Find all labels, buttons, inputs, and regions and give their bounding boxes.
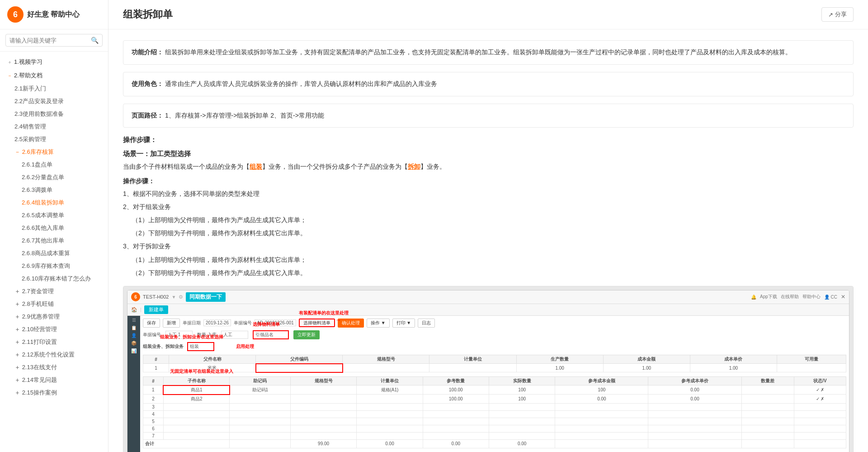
role-text: 通常由生产人员或库管人员完成拆装业务的操作，库管人员确认原材料的出库和产成品的入… (165, 80, 437, 87)
fake-cell-1-4 (343, 364, 429, 372)
step3: 3、对于拆卸业务 (123, 241, 854, 252)
fake-btn-apply[interactable]: 立即更新 (293, 330, 320, 339)
fake-sidebar-icon4: 📦 (131, 341, 137, 346)
fake-lth-4: 规格型号 (290, 376, 356, 385)
fake-ltd-2-11: ✓ ✗ (794, 395, 846, 404)
fake-th-num: # (143, 355, 169, 364)
minus-icon-inv: － (14, 148, 20, 155)
sidebar-item-inv-261[interactable]: 2.6.1盘点单 (0, 158, 108, 171)
fake-lower-footer: 合计 99.00 0.00 0.00 0.00 (143, 439, 846, 448)
sidebar-item-data-prep[interactable]: 2.3使用前数据准备 (0, 108, 108, 120)
fake-lth-10: 数量差 (741, 376, 794, 385)
fake-lth-11: 状态/V (794, 376, 846, 385)
fake-order-label: 单据编号 (234, 320, 252, 326)
sidebar-item-inv-265[interactable]: 2.6.5成本调整单 (0, 209, 108, 222)
fake-th-parent-name: 父件名称 (169, 355, 256, 364)
plus-icon-pr: ＋ (14, 338, 20, 345)
step3-1: （1）上部明细为父件明细，最终作为原材料生成其它出库单； (123, 254, 854, 266)
sidebar-item-cases[interactable]: ＋ 2.15操作案例 (0, 386, 108, 399)
sidebar-item-purchase[interactable]: 2.5采购管理 (0, 133, 108, 146)
intro-block: 功能介绍： 组装拆卸单用来处理企业组装或拆卸等加工业务，支持有固定装配清单的产品… (123, 40, 854, 65)
fake-th-parent-code: 父件编码 (256, 355, 343, 364)
sidebar-item-inventory[interactable]: － 2.6库存核算 (0, 146, 108, 158)
fake-ltd-1-11: ✓ ✗ (794, 385, 846, 395)
search-box[interactable]: 🔍 (5, 34, 103, 47)
sidebar-item-system[interactable]: ＋ 2.12系统个性化设置 (0, 348, 108, 361)
sidebar-item-payment[interactable]: ＋ 2.13在线支付 (0, 361, 108, 374)
sidebar-item-inv-266[interactable]: 2.6.6其他入库单 (0, 222, 108, 234)
sidebar-item-inv-269[interactable]: 2.6.9库存账本查询 (0, 260, 108, 272)
fake-bom-field: 引领品名 (253, 330, 289, 339)
screenshot-inner: 6 TEST-H002 ▼ ⚙ 同期数据一下 🔔 App下载 在线帮助 帮助中心… (123, 286, 853, 452)
path-text: 1、库存核算->库存管理->组装拆卸单 2、首页->常用功能 (165, 112, 324, 119)
fake-sidebar-icon3: 👤 (131, 333, 137, 338)
fake-ltd-2-5 (357, 395, 423, 404)
sidebar-item-inv-268[interactable]: 2.6.8商品成本重算 (0, 247, 108, 260)
step2-1: （1）上部明细为父件明细，最终作为产成品生成其它入库单； (123, 214, 854, 226)
fake-tab-new[interactable]: 新建单 (144, 305, 168, 314)
fake-ltd-2-8: 0.00 (555, 395, 648, 404)
fake-help-center: 帮助中心 (802, 294, 821, 300)
search-input[interactable] (9, 37, 91, 44)
sidebar-item-inv-263[interactable]: 2.6.3调拨单 (0, 184, 108, 196)
plus-icon-pay: ＋ (14, 364, 20, 371)
sidebar-item-print[interactable]: ＋ 2.11打印设置 (0, 336, 108, 348)
fake-footer-v7 (648, 439, 741, 448)
sidebar-item-mobile[interactable]: ＋ 2.8手机旺铺 (0, 298, 108, 310)
path-block: 页面路径： 1、库存核算->库存管理->组装拆卸单 2、首页->常用功能 (123, 104, 854, 128)
fake-lth-6: 参考数量 (423, 376, 489, 385)
sidebar-item-faq[interactable]: ＋ 2.14常见问题 (0, 374, 108, 386)
sidebar-item-inv-262[interactable]: 2.6.2分量盘点单 (0, 171, 108, 184)
logo-area: 6 好生意 帮助中心 (0, 0, 108, 29)
sidebar-item-inv-267[interactable]: 2.6.7其他出库单 (0, 234, 108, 247)
fake-helper: 在线帮助 (781, 294, 799, 300)
fake-lower-row-4: 4 (143, 410, 846, 418)
fake-date-field: 2019-12-26 (203, 319, 231, 326)
sidebar-item-inv-264[interactable]: 2.6.4组装拆卸单 (0, 196, 108, 209)
sidebar-item-inv-2610[interactable]: 2.6.10库存账本错了怎么办 (0, 272, 108, 285)
app-logo: 6 (7, 6, 24, 23)
page-title: 组装拆卸单 (123, 8, 173, 21)
fake-footer-v9 (794, 439, 846, 448)
fake-upper-row-1: 1 米米 1.00 1.00 1.00 (143, 364, 846, 372)
annotation-text-3: 组装业务、拆卸业务在这里选择 (160, 334, 223, 340)
sidebar-item-coupon[interactable]: ＋ 2.9优惠券管理 (0, 310, 108, 323)
annotation-text-4: 启用处理 (236, 344, 254, 349)
fake-btn-new[interactable]: 新增 (163, 319, 180, 328)
fake-btn-save[interactable]: 保存 (143, 319, 160, 328)
fake-footer-v5: 0.00 (489, 439, 555, 448)
fake-btn-print[interactable]: 打印 ▼ (392, 319, 415, 328)
fake-footer-v6 (555, 439, 648, 448)
sidebar-item-video[interactable]: ＋ 1.视频学习 (0, 55, 108, 69)
sidebar-item-operation[interactable]: ＋ 2.10经营管理 (0, 323, 108, 336)
annotation-arrow-1: → (335, 316, 341, 324)
screenshot-container: 6 TEST-H002 ▼ ⚙ 同期数据一下 🔔 App下载 在线帮助 帮助中心… (123, 286, 854, 452)
fake-type-label: 组装业务、拆卸业务 (143, 343, 184, 350)
fake-btn-template[interactable]: 选择物料清单 (299, 319, 335, 327)
step1: 1、根据不同的业务，选择不同单据的类型来处理 (123, 188, 854, 200)
sidebar-item-docs[interactable]: － 2.帮助文档 (0, 69, 108, 82)
fake-ltd-2-4 (290, 395, 356, 404)
sidebar-item-sales[interactable]: 2.4销售管理 (0, 120, 108, 133)
fake-form-area: 保存 新增 单据日期 2019-12-26 单据编号 AD-20191226-0… (140, 316, 849, 452)
sidebar-item-install[interactable]: 2.2产品安装及登录 (0, 95, 108, 108)
fake-btn-more[interactable]: 操作 ▼ (367, 319, 390, 328)
fake-nav-separator: | (140, 307, 142, 312)
fake-ltd-2-6: 100.00 (423, 395, 489, 404)
fake-ltd-1-4 (290, 385, 356, 395)
fake-cell-1-9 (777, 364, 846, 372)
fake-dropdown-icon: ▼ (171, 295, 176, 300)
sidebar-item-finance[interactable]: ＋ 2.7资金管理 (0, 285, 108, 298)
search-icon[interactable]: 🔍 (91, 37, 99, 44)
fake-ltd-1-3: 助记码1 (230, 385, 291, 395)
scene1-desc: 当由多个子件材料组装成一个成品的业务为【组装】业务，当由一个父件拆分成多个子产品… (123, 161, 854, 172)
fake-ltd-1-1: 1 (143, 385, 164, 395)
scene1-title: 场景一：加工类型选择 (123, 150, 854, 158)
share-button[interactable]: ↗ 分享 (821, 7, 854, 22)
fake-btn-confirm[interactable]: 确认处理 (338, 319, 364, 328)
plus-icon-sys: ＋ (14, 351, 20, 358)
plus-icon-coup: ＋ (14, 313, 20, 320)
sidebar-item-newcomer[interactable]: 2.1新手入门 (0, 82, 108, 95)
fake-btn-log[interactable]: 日志 (418, 319, 435, 328)
fake-lower-row-5: 5 (143, 418, 846, 425)
